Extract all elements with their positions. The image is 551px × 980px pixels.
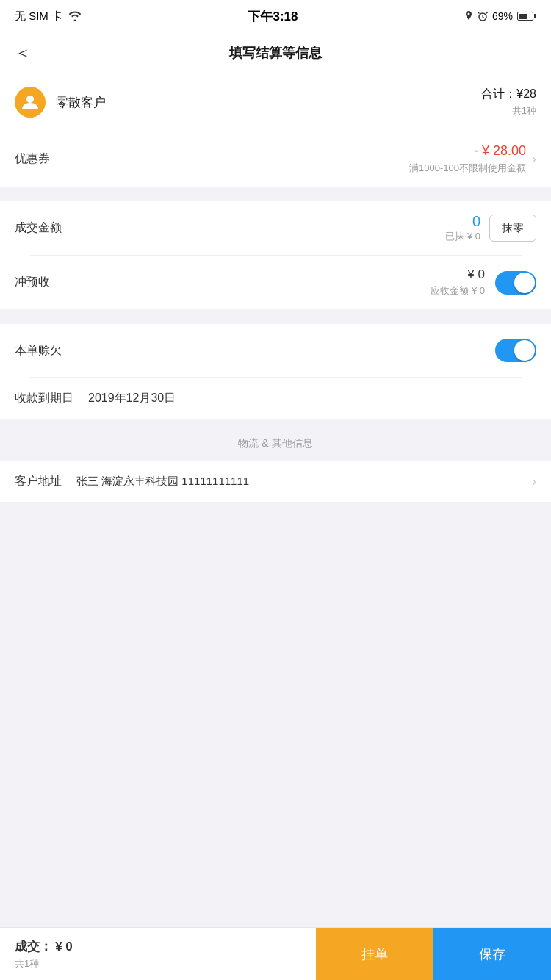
prepay-values: ¥ 0 应收金额 ¥ 0 xyxy=(431,267,485,298)
status-bar: 无 SIM 卡 下午3:18 69% xyxy=(0,0,551,32)
person-icon xyxy=(21,93,40,112)
bottom-count: 共1种 xyxy=(15,957,301,970)
location-icon xyxy=(464,11,473,21)
status-time: 下午3:18 xyxy=(248,8,298,25)
chevron-icon: › xyxy=(532,151,536,167)
bottom-bar: 成交： ¥ 0 共1种 挂单 保存 xyxy=(0,927,551,980)
bottom-deal-label: 成交： xyxy=(15,940,52,954)
debt-label: 本单赊欠 xyxy=(15,343,62,359)
prepay-value: ¥ 0 xyxy=(431,267,485,282)
amount-sub: 已抹 ¥ 0 xyxy=(445,230,480,243)
hang-order-button[interactable]: 挂单 xyxy=(316,928,433,981)
save-button[interactable]: 保存 xyxy=(433,928,551,981)
address-chevron: › xyxy=(532,474,536,489)
sep-line-right xyxy=(325,444,536,444)
customer-total: 合计：¥28 共1种 xyxy=(481,87,536,118)
total-amount: 合计：¥28 xyxy=(481,87,536,102)
amount-value[interactable]: 0 xyxy=(445,213,480,230)
section-separator-2 xyxy=(0,317,551,324)
logistics-separator: 物流 & 其他信息 xyxy=(0,427,551,461)
bottom-info: 成交： ¥ 0 共1种 xyxy=(0,938,316,970)
sim-status: 无 SIM 卡 xyxy=(15,10,62,24)
prepay-toggle[interactable] xyxy=(495,271,536,295)
amount-section: 成交金额 0 已抹 ¥ 0 抹零 冲预收 ¥ 0 应收金额 ¥ 0 xyxy=(0,201,551,309)
debt-toggle-knob xyxy=(514,340,535,361)
prepay-label: 冲预收 xyxy=(15,275,50,290)
coupon-row[interactable]: 优惠券 - ¥ 28.00 满1000-100不限制使用金额 › xyxy=(0,131,551,187)
coupon-discount: - ¥ 28.00 xyxy=(409,143,526,159)
coupon-label: 优惠券 xyxy=(15,151,50,167)
amount-values: 0 已抹 ¥ 0 xyxy=(445,213,480,243)
debt-section: 本单赊欠 收款到期日 2019年12月30日 xyxy=(0,324,551,419)
battery-percent: 69% xyxy=(492,10,513,22)
prepay-sub: 应收金额 ¥ 0 xyxy=(431,284,485,298)
total-count: 共1种 xyxy=(481,104,536,118)
address-value: 张三 海淀永丰科技园 11111111111 xyxy=(76,475,532,489)
customer-card: 零散客户 合计：¥28 共1种 优惠券 - ¥ 28.00 满1000-100不… xyxy=(0,73,551,187)
round-button[interactable]: 抹零 xyxy=(489,215,536,242)
customer-name: 零散客户 xyxy=(56,94,106,111)
coupon-values: - ¥ 28.00 满1000-100不限制使用金额 xyxy=(409,143,526,175)
debt-row: 本单赊欠 xyxy=(15,324,536,377)
battery-icon xyxy=(517,12,536,21)
bottom-deal-amount: 成交： ¥ 0 xyxy=(15,938,301,955)
svg-point-1 xyxy=(26,96,34,103)
wifi-icon xyxy=(68,11,82,21)
customer-avatar xyxy=(15,87,46,118)
customer-info: 零散客户 xyxy=(15,87,106,118)
amount-label: 成交金额 xyxy=(15,220,62,236)
amount-input-area: 0 已抹 ¥ 0 抹零 xyxy=(445,213,536,243)
address-section: 客户地址 张三 海淀永丰科技园 11111111111 › xyxy=(0,461,551,502)
address-row[interactable]: 客户地址 张三 海淀永丰科技园 11111111111 › xyxy=(15,461,536,502)
content-area: 零散客户 合计：¥28 共1种 优惠券 - ¥ 28.00 满1000-100不… xyxy=(0,73,551,569)
nav-bar: ＜ 填写结算等信息 xyxy=(0,32,551,73)
section-separator-1 xyxy=(0,194,551,201)
customer-row: 零散客户 合计：¥28 共1种 xyxy=(0,73,551,131)
due-date-label: 收款到期日 xyxy=(15,391,73,406)
coupon-right: - ¥ 28.00 满1000-100不限制使用金额 › xyxy=(409,143,536,175)
debt-toggle[interactable] xyxy=(495,339,536,362)
alarm-icon xyxy=(478,11,488,21)
prepay-right: ¥ 0 应收金额 ¥ 0 xyxy=(431,267,536,298)
status-left: 无 SIM 卡 xyxy=(15,10,82,24)
sep-line-left xyxy=(15,444,226,444)
coupon-description: 满1000-100不限制使用金额 xyxy=(409,162,526,175)
due-date-row: 收款到期日 2019年12月30日 xyxy=(15,378,536,419)
prepay-row: 冲预收 ¥ 0 应收金额 ¥ 0 xyxy=(15,256,536,309)
amount-row: 成交金额 0 已抹 ¥ 0 抹零 xyxy=(15,201,536,255)
bottom-deal-value: ¥ 0 xyxy=(55,940,73,954)
due-date-value: 2019年12月30日 xyxy=(88,391,176,406)
back-button[interactable]: ＜ xyxy=(15,42,31,64)
status-right: 69% xyxy=(464,10,536,22)
page-title: 填写结算等信息 xyxy=(229,44,322,62)
address-label: 客户地址 xyxy=(15,474,62,489)
logistics-label: 物流 & 其他信息 xyxy=(238,437,312,450)
toggle-knob xyxy=(514,273,535,293)
